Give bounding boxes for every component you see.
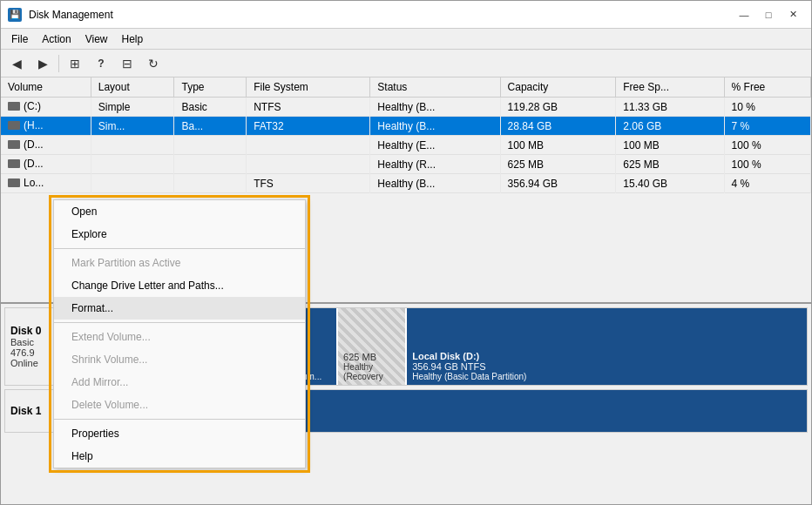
disk-drive-icon — [8, 159, 20, 168]
cell-type: Ba... — [174, 117, 247, 136]
cell-fs: TFS — [247, 174, 370, 193]
menu-action[interactable]: Action — [35, 31, 78, 47]
context-menu-item-explore[interactable]: Explore — [54, 223, 305, 246]
col-status: Status — [370, 77, 500, 98]
help-button[interactable]: ? — [89, 52, 113, 75]
cell-free: 100 MB — [616, 136, 724, 155]
menu-file[interactable]: File — [4, 31, 35, 47]
table-header-row: Volume Layout Type File System Status Ca… — [1, 77, 811, 98]
partition-d-status: Healthy (Basic Data Partition) — [412, 372, 802, 381]
app-icon: 💾 — [8, 8, 22, 22]
table-row[interactable]: (D... Healthy (R... 625 MB 625 MB 100 % — [1, 155, 811, 174]
cell-volume: Lo... — [1, 174, 91, 193]
col-pct-free: % Free — [724, 77, 810, 98]
maximize-button[interactable]: □ — [757, 5, 780, 24]
cell-pct: 10 % — [724, 98, 810, 117]
cell-layout — [91, 136, 174, 155]
table-row[interactable]: Lo... TFS Healthy (B... 356.94 GB 15.40 … — [1, 174, 811, 193]
disk-drive-icon — [8, 121, 20, 130]
context-menu-separator — [54, 248, 305, 249]
window-controls: — □ ✕ — [733, 5, 804, 24]
partition-recovery-size: 625 MB — [343, 352, 400, 362]
context-menu-item-extend-volume---: Extend Volume... — [54, 326, 305, 348]
cell-status: Healthy (B... — [370, 98, 500, 117]
context-menu-item-format---[interactable]: Format... — [54, 297, 305, 320]
col-free: Free Sp... — [616, 77, 724, 98]
cell-layout — [91, 155, 174, 174]
cell-capacity: 119.28 GB — [500, 98, 616, 117]
cell-type — [174, 155, 247, 174]
context-menu-item-delete-volume---: Delete Volume... — [54, 394, 305, 416]
partition-d-size: 356.94 GB NTFS — [412, 361, 802, 372]
cell-free: 11.33 GB — [616, 98, 724, 117]
toolbar-separator-1 — [58, 55, 59, 72]
cell-status: Healthy (B... — [370, 174, 500, 193]
cell-pct: 7 % — [724, 117, 810, 136]
cell-free: 625 MB — [616, 155, 724, 174]
disk-0-partition-d[interactable]: Local Disk (D:) 356.94 GB NTFS Healthy (… — [407, 308, 807, 385]
disk-drive-icon — [8, 178, 20, 187]
cell-pct: 100 % — [724, 136, 810, 155]
cell-fs: FAT32 — [247, 117, 370, 136]
cell-capacity: 100 MB — [500, 136, 616, 155]
main-window: 💾 Disk Management — □ ✕ File Action View… — [0, 0, 812, 505]
cell-volume: (D... — [1, 155, 91, 174]
title-left: 💾 Disk Management — [8, 8, 113, 22]
cell-fs: NTFS — [247, 98, 370, 117]
cell-layout: Sim... — [91, 117, 174, 136]
forward-button[interactable]: ▶ — [30, 52, 55, 75]
title-bar: 💾 Disk Management — □ ✕ — [1, 1, 811, 29]
cell-fs — [247, 155, 370, 174]
cell-status: Healthy (E... — [370, 136, 500, 155]
cell-capacity: 28.84 GB — [500, 117, 616, 136]
context-menu-item-properties[interactable]: Properties — [54, 422, 305, 445]
close-button[interactable]: ✕ — [782, 5, 804, 24]
cell-type — [174, 136, 247, 155]
context-menu-item-help[interactable]: Help — [54, 445, 305, 468]
context-menu: OpenExploreMark Partition as ActiveChang… — [53, 199, 306, 468]
cell-volume: (H... — [1, 117, 91, 136]
col-capacity: Capacity — [500, 77, 616, 98]
cell-layout: Simple — [91, 98, 174, 117]
menu-help[interactable]: Help — [115, 31, 151, 47]
cell-volume: (D... — [1, 136, 91, 155]
cell-free: 2.06 GB — [616, 117, 724, 136]
disk-drive-icon — [8, 102, 20, 111]
minimize-button[interactable]: — — [733, 5, 755, 24]
toolbar: ◀ ▶ ⊞ ? ⊟ ↻ — [1, 50, 811, 77]
cell-fs — [247, 136, 370, 155]
disk-0-partition-recovery[interactable]: 625 MB Healthy (Recovery — [338, 308, 407, 385]
col-volume: Volume — [1, 77, 91, 98]
properties-button[interactable]: ⊟ — [115, 52, 139, 75]
context-menu-item-open[interactable]: Open — [54, 200, 305, 223]
col-filesystem: File System — [247, 77, 370, 98]
partition-d-name: Local Disk (D:) — [412, 351, 802, 361]
table-row[interactable]: (H... Sim... Ba... FAT32 Healthy (B... 2… — [1, 117, 811, 136]
cell-pct: 4 % — [724, 174, 810, 193]
partition-recovery-status: Healthy (Recovery — [343, 362, 400, 381]
context-menu-separator — [54, 419, 305, 420]
cell-pct: 100 % — [724, 155, 810, 174]
disk-drive-icon — [8, 140, 20, 149]
menu-view[interactable]: View — [78, 31, 115, 47]
cell-capacity: 625 MB — [500, 155, 616, 174]
main-content: Volume Layout Type File System Status Ca… — [1, 77, 811, 504]
cell-type — [174, 174, 247, 193]
context-menu-item-add-mirror---: Add Mirror... — [54, 371, 305, 394]
view-grid-button[interactable]: ⊞ — [63, 52, 87, 75]
col-layout: Layout — [91, 77, 174, 98]
context-menu-item-mark-partition-as-active: Mark Partition as Active — [54, 252, 305, 274]
cell-volume: (C:) — [1, 98, 91, 117]
table-row[interactable]: (D... Healthy (E... 100 MB 100 MB 100 % — [1, 136, 811, 155]
refresh-button[interactable]: ↻ — [141, 52, 166, 75]
table-row[interactable]: (C:) Simple Basic NTFS Healthy (B... 119… — [1, 98, 811, 117]
col-type: Type — [174, 77, 247, 98]
context-menu-item-change-drive-letter-and-paths---[interactable]: Change Drive Letter and Paths... — [54, 274, 305, 297]
volume-table: Volume Layout Type File System Status Ca… — [1, 77, 811, 193]
cell-status: Healthy (B... — [370, 117, 500, 136]
cell-free: 15.40 GB — [616, 174, 724, 193]
context-menu-separator — [54, 322, 305, 323]
back-button[interactable]: ◀ — [4, 52, 29, 75]
menu-bar: File Action View Help — [1, 29, 811, 50]
cell-layout — [91, 174, 174, 193]
